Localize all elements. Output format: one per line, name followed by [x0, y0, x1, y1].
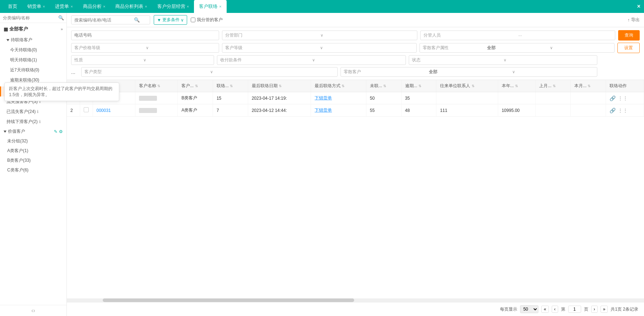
tab-customer-contact[interactable]: 客户联络 × [194, 0, 226, 13]
sort-icon[interactable]: ⇅ [472, 84, 474, 88]
sidebar-arrow-right[interactable]: › [33, 307, 35, 314]
settings-button[interactable]: 设置 [617, 43, 640, 53]
customer-type-dropdown[interactable]: 客户类型 ∨ [81, 67, 338, 77]
sidebar-item-class-a[interactable]: A类客户(1) [0, 146, 66, 156]
th-no-contact[interactable]: 未联... ⇅ [366, 80, 401, 92]
sort-icon[interactable]: ⇅ [342, 84, 344, 88]
sort-icon[interactable]: ⇅ [230, 84, 233, 88]
sidebar-item-today[interactable]: 今天待联络(0) [0, 45, 66, 55]
edit-icon[interactable]: ✎ [54, 129, 57, 134]
th-this-year[interactable]: 本年... ⇅ [498, 80, 536, 92]
phone-input[interactable] [94, 33, 216, 38]
tab-sales-order[interactable]: 销货单 × [22, 0, 50, 13]
more-dots[interactable]: ··· [518, 33, 612, 38]
tab-purchase-order[interactable]: 进货单 × [50, 0, 78, 13]
sort-icon[interactable]: ⇅ [279, 84, 282, 88]
close-icon[interactable]: × [43, 4, 45, 9]
th-last-contact-date[interactable]: 最后联络日期 ⇅ [248, 80, 311, 92]
retail-attr-dropdown[interactable]: 零散客户属性 全部 ∨ [420, 43, 615, 53]
tab-product-analysis[interactable]: 商品分析 × [78, 0, 110, 13]
sidebar-item-class-c[interactable]: C类客户(6) [0, 165, 66, 175]
filter-icon: ▼ [157, 18, 161, 23]
page-size-select[interactable]: 50 20 100 [520, 305, 538, 313]
th-last-contact-method[interactable]: 最后联络方式 ⇅ [311, 80, 366, 92]
sidebar-item-class-b[interactable]: B类客户(33) [0, 156, 66, 165]
row-last-contact-method[interactable]: 下销货单 [311, 92, 366, 104]
chevron-down-icon: ∨ [312, 58, 403, 62]
th-name[interactable]: 客户名称 ⇅ [135, 80, 177, 92]
row-overdue: 48 [401, 104, 436, 117]
close-icon[interactable]: × [219, 4, 221, 9]
search-input[interactable] [74, 18, 132, 23]
first-page-button[interactable]: « [541, 306, 549, 313]
row-this-year: 10995.00 [498, 104, 536, 117]
sidebar-item-7days[interactable]: 近7天待联络(0) [0, 65, 66, 75]
link-action-icon[interactable]: 🔗 [610, 95, 616, 101]
row-last-contact-method[interactable]: 下销货单 [311, 104, 366, 117]
tab-home[interactable]: 首页 [3, 0, 22, 13]
last-page-button[interactable]: » [601, 306, 608, 313]
all-customers-header[interactable]: ▦ 全部客户 » [0, 23, 66, 35]
menu-action-icon[interactable]: ⋮⋮ [618, 108, 628, 113]
table-header-row: 客户编码 ⇅ 客户名称 ⇅ 客户... ⇅ 联络... ⇅ 最后联络日期 ⇅ 最… [67, 80, 644, 92]
query-button[interactable]: 查询 [618, 30, 640, 41]
close-icon[interactable]: × [103, 4, 105, 9]
chevron-down-icon: ∨ [504, 58, 594, 62]
sidebar-search-icon[interactable]: 🔍 [58, 15, 64, 20]
row-checkbox-input[interactable] [84, 107, 89, 112]
my-customers-checkbox[interactable] [191, 18, 195, 22]
scrollbar-thumb[interactable] [103, 298, 354, 302]
status-dropdown[interactable]: 状态 ∨ [409, 55, 597, 65]
retail-customer-dropdown[interactable]: 零散客户 全部 ∨ [340, 67, 597, 77]
link-action-icon[interactable]: 🔗 [610, 108, 616, 113]
my-customers-checkbox-label[interactable]: 我分管的客户 [191, 17, 223, 23]
more-conditions-button[interactable]: ▼ 更多条件 ∨ [154, 15, 187, 25]
collapse-icon[interactable]: » [61, 27, 63, 31]
sidebar-item-ungrouped[interactable]: 未分组(32) [0, 136, 66, 146]
gender-dropdown[interactable]: 性质 ∨ [71, 55, 214, 65]
th-customer-type[interactable]: 客户... ⇅ [178, 80, 213, 92]
sort-icon[interactable]: ⇅ [515, 84, 518, 88]
th-contact-person[interactable]: 往来单位联系人 ⇅ [436, 80, 498, 92]
close-icon[interactable]: × [70, 4, 73, 9]
window-close-button[interactable]: × [637, 3, 640, 10]
horizontal-scrollbar[interactable] [67, 298, 644, 302]
th-overdue[interactable]: 逾期... ⇅ [401, 80, 436, 92]
pending-contact-group-header[interactable]: 待联络客户 [0, 35, 66, 45]
next-page-button[interactable]: › [591, 306, 598, 313]
settings-icon[interactable]: ⚙ [59, 129, 63, 134]
value-customers-header[interactable]: 价值客户 ✎ ⚙ [0, 127, 66, 136]
sort-icon[interactable]: ⇅ [588, 84, 590, 88]
menu-action-icon[interactable]: ⋮⋮ [618, 95, 628, 101]
sort-icon[interactable]: ⇅ [418, 84, 421, 88]
payment-terms-dropdown[interactable]: 收付款条件 ∨ [217, 55, 406, 65]
tab-product-analysis-list[interactable]: 商品分析列表 × [110, 0, 152, 13]
th-last-month[interactable]: 上月... ⇅ [536, 80, 571, 92]
close-icon[interactable]: × [187, 4, 189, 9]
prev-page-button[interactable]: ‹ [552, 306, 558, 313]
page-number-input[interactable] [568, 306, 581, 313]
chevron-down-icon: ∨ [512, 70, 594, 74]
branch-person-dropdown[interactable]: 分管人员 ··· [420, 30, 615, 40]
more-options-dots[interactable]: ... [71, 69, 75, 75]
branch-dept-dropdown[interactable]: 分管部门 ∨ [222, 30, 417, 40]
price-level-dropdown[interactable]: 客户价格等级 ∨ [71, 43, 219, 53]
tab-customer-tier[interactable]: 客户分层经营 × [152, 0, 194, 13]
th-this-month[interactable]: 本月... ⇅ [571, 80, 606, 92]
row-checkbox[interactable] [80, 104, 93, 117]
customer-level-dropdown[interactable]: 客户等级 ∨ [222, 43, 417, 53]
sort-icon[interactable]: ⇅ [383, 84, 386, 88]
sidebar-item-declining[interactable]: 持续下滑客户(2) ℹ [0, 117, 66, 127]
sidebar-item-churned[interactable]: 已流失客户(24) ℹ [0, 107, 66, 117]
export-button[interactable]: ↑ 导出 [627, 17, 640, 23]
adv-filter-row-3: 性质 ∨ 收付款条件 ∨ 状态 ∨ [71, 55, 640, 65]
search-icon[interactable]: 🔍 [134, 17, 140, 23]
close-icon[interactable]: × [145, 4, 147, 9]
th-contact-count[interactable]: 联络... ⇅ [213, 80, 248, 92]
sort-icon[interactable]: ⇅ [553, 84, 556, 88]
sidebar-item-tomorrow[interactable]: 明天待联络(1) [0, 55, 66, 65]
sort-icon[interactable]: ⇅ [195, 84, 198, 88]
sidebar-search-bar: 🔍 [0, 13, 66, 23]
sidebar-search-input[interactable] [3, 15, 57, 20]
sort-icon[interactable]: ⇅ [157, 84, 160, 88]
